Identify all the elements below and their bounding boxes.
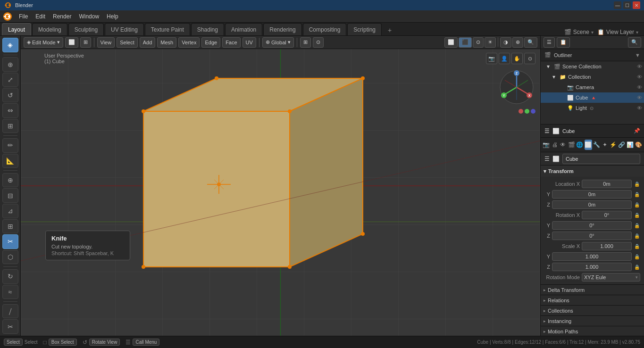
viewport-sphere-btn[interactable]: ⊙ [524, 53, 535, 64]
scene-collection-eye[interactable]: 👁 [637, 64, 642, 69]
scale-x-lock[interactable]: 🔒 [634, 243, 640, 249]
tab-texture-paint[interactable]: Texture Paint [145, 23, 190, 35]
tool-loopcut[interactable]: ⊞ [2, 219, 18, 234]
location-y-input[interactable]: 0m [552, 190, 632, 199]
tool-bevel[interactable]: ⊿ [2, 204, 18, 218]
viewport-hand-btn[interactable]: ✋ [511, 53, 523, 64]
viewport[interactable]: ◈ Edit Mode ▾ ⬜ ⊞ View Select Add Mesh V… [21, 36, 540, 336]
outliner-cube[interactable]: ⬜ Cube 🔺 👁 [541, 92, 644, 103]
viewport-mode-dropdown[interactable]: ◈ Edit Mode ▾ [24, 37, 63, 48]
viewport-add-menu[interactable]: Add [140, 37, 156, 48]
prop-tab-data[interactable]: 📊 [627, 140, 634, 150]
tool-rip[interactable]: ✂ [2, 319, 18, 334]
tool-poly[interactable]: ⬡ [2, 250, 18, 265]
tool-shear[interactable]: ⧸ [2, 304, 18, 319]
prop-tab-object[interactable]: ⬜ [585, 140, 592, 150]
tool-inset[interactable]: ⊟ [2, 188, 18, 203]
tool-annotate[interactable]: ✏ [2, 138, 18, 153]
tool-select[interactable]: ◈ [2, 38, 18, 52]
prop-tab-material[interactable]: 🎨 [635, 140, 642, 150]
viewport-select-menu[interactable]: Select [117, 37, 138, 48]
menu-render[interactable]: Render [49, 10, 75, 23]
prop-tab-world[interactable]: 🌐 [576, 140, 584, 150]
viewport-mesh-menu[interactable]: Mesh [157, 37, 176, 48]
close-button[interactable]: ✕ [633, 1, 640, 9]
tool-knife[interactable]: ✂ [2, 234, 18, 249]
scene-selector[interactable]: 🎬 Scene ▾ [564, 29, 594, 35]
camera-eye[interactable]: 👁 [637, 84, 642, 90]
tab-animation[interactable]: Animation [225, 23, 262, 35]
rp-filter-btn[interactable]: 🔍 [628, 37, 641, 48]
prop-tab-output[interactable]: 🖨 [551, 140, 559, 150]
menu-edit[interactable]: Edit [32, 10, 49, 23]
prop-tab-particles[interactable]: ✦ [601, 140, 609, 150]
rotation-y-lock[interactable]: 🔒 [634, 222, 640, 229]
light-eye[interactable]: 👁 [637, 105, 642, 111]
tab-scripting[interactable]: Scripting [347, 23, 382, 35]
tool-rotate[interactable]: ↺ [2, 88, 18, 102]
cube-eye[interactable]: 👁 [637, 95, 642, 100]
viewport-render-btn[interactable]: ☀ [485, 37, 496, 48]
viewport-transform-dropdown[interactable]: ⊕ Global ▾ [262, 37, 294, 48]
rotation-z-input[interactable]: 0° [552, 232, 632, 240]
tool-measure[interactable]: 📐 [2, 154, 18, 168]
prop-tab-render[interactable]: 📷 [543, 140, 550, 150]
prop-tab-modifier[interactable]: 🔧 [593, 140, 601, 150]
tool-smooth[interactable]: ≈ [2, 285, 18, 299]
viewport-gizmo-toggle[interactable]: ⊕ [512, 37, 523, 48]
tab-layout[interactable]: Layout [2, 23, 31, 35]
tool-transform[interactable]: ⊞ [2, 119, 18, 133]
menu-file[interactable]: File [15, 10, 32, 23]
viewport-uv-menu[interactable]: UV [243, 37, 256, 48]
prop-tab-constraints[interactable]: 🔗 [618, 140, 626, 150]
viewport-wire-btn[interactable]: ⬜ [444, 37, 458, 48]
collection-eye[interactable]: 👁 [637, 74, 642, 80]
add-workspace-button[interactable]: + [385, 25, 395, 35]
rotation-z-lock[interactable]: 🔒 [634, 232, 640, 239]
viewport-overlay-btn2[interactable]: ⊞ [80, 37, 91, 48]
viewport-snap-btn[interactable]: ⊞ [300, 37, 311, 48]
tab-modeling[interactable]: Modeling [32, 23, 67, 35]
viewport-solid-btn[interactable]: ⬛ [459, 37, 472, 48]
viewport-view-menu[interactable]: View [97, 37, 115, 48]
viewport-proportional-btn[interactable]: ⊙ [313, 37, 324, 48]
outliner-collection[interactable]: ▾ 📁 Collection 👁 [541, 72, 644, 82]
outliner-filter-icon[interactable]: ▼ [635, 52, 640, 58]
tool-scale[interactable]: ⇔ [2, 103, 18, 118]
viewport-user-nav-btn[interactable]: 👤 [499, 53, 510, 64]
maximize-button[interactable]: ☐ [623, 1, 631, 9]
tab-uv-editing[interactable]: UV Editing [105, 23, 144, 35]
menu-window[interactable]: Window [75, 10, 103, 23]
rotation-mode-dropdown[interactable]: XYZ Eule ▾ [582, 273, 640, 282]
delta-transform-section[interactable]: ▸ Delta Transform [541, 285, 644, 295]
scale-z-input[interactable]: 1.000 [552, 263, 632, 271]
transform-section-header[interactable]: ▾ Transform [541, 166, 644, 177]
viewport-material-btn[interactable]: ⊙ [473, 37, 484, 48]
scale-y-input[interactable]: 1.000 [552, 252, 632, 261]
tab-sculpting[interactable]: Sculpting [68, 23, 104, 35]
tab-shading[interactable]: Shading [191, 23, 224, 35]
menu-help[interactable]: Help [103, 10, 122, 23]
outliner-camera[interactable]: 📷 Camera 👁 [541, 82, 644, 92]
tab-compositing[interactable]: Compositing [303, 23, 347, 35]
instancing-section[interactable]: ▸ Instancing [541, 316, 644, 326]
viewport-vertex-menu[interactable]: Vertex [178, 37, 200, 48]
viewport-overlay-toggle[interactable]: ◑ [500, 37, 511, 48]
tab-rendering[interactable]: Rendering [263, 23, 301, 35]
motion-paths-section[interactable]: ▸ Motion Paths [541, 326, 644, 336]
location-z-input[interactable]: 0m [552, 200, 632, 209]
viewport-overlay-btn1[interactable]: ⬜ [65, 37, 78, 48]
viewlayer-selector[interactable]: 📋 View Layer ▾ [597, 29, 638, 35]
rotation-x-lock[interactable]: 🔒 [634, 212, 640, 218]
scale-x-input[interactable]: 1.000 [582, 242, 632, 250]
tool-move[interactable]: ⤢ [2, 73, 18, 87]
location-z-lock[interactable]: 🔒 [634, 201, 640, 208]
relations-section[interactable]: ▸ Relations [541, 295, 644, 306]
location-y-lock[interactable]: 🔒 [634, 191, 640, 198]
outliner-scene-collection[interactable]: ▾ 🎬 Scene Collection 👁 [541, 61, 644, 72]
rotation-x-input[interactable]: 0° [582, 211, 632, 219]
viewport-search-btn[interactable]: 🔍 [524, 37, 537, 48]
tool-spin[interactable]: ↻ [2, 269, 18, 284]
rp-header-icon1[interactable]: ☰ [544, 37, 555, 48]
tool-cursor[interactable]: ⊕ [2, 57, 18, 72]
